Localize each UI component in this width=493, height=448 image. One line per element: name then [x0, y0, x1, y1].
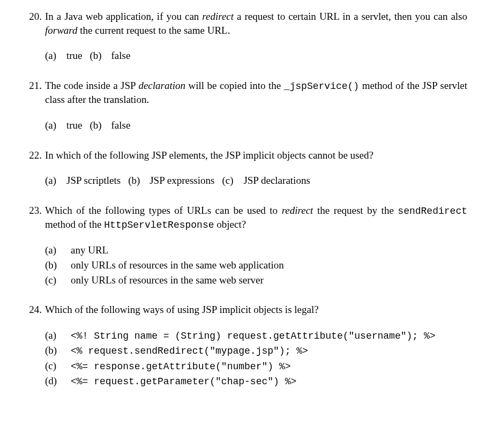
question-text-part: redirect: [202, 11, 234, 22]
option-text: only URLs of resources in the same web s…: [65, 273, 264, 287]
option-label: (c): [222, 174, 238, 188]
option-text-part: JSP scriptlets: [66, 175, 121, 186]
option-label: (b): [128, 174, 144, 188]
question: 22.In which of the following JSP element…: [26, 148, 467, 188]
question-number: 20.: [26, 10, 45, 24]
question-list: 20.In a Java web application, if you can…: [26, 10, 467, 388]
question-text-part: _jspService(): [284, 81, 359, 92]
question-text-part: method of the: [45, 219, 104, 230]
option: (c)JSP declarations: [222, 174, 310, 188]
question-header: 24.Which of the following ways of using …: [26, 303, 467, 317]
option-text: JSP declarations: [238, 174, 310, 188]
option: (a)<%! String name = (String) request.ge…: [45, 328, 467, 342]
question-text: Which of the following types of URLs can…: [45, 204, 467, 232]
option-text-part: true: [66, 50, 83, 61]
question-text-part: the request by the: [313, 205, 398, 216]
question-text-part: In a Java web application, if you can: [45, 11, 202, 22]
option-text: <%= response.getAttribute("number") %>: [65, 359, 290, 373]
option: (b)<% request.sendRedirect("mypage.jsp")…: [45, 344, 467, 357]
option-row: (a)true(b)false: [45, 118, 467, 132]
question: 24.Which of the following ways of using …: [26, 303, 467, 388]
option-label: (c): [45, 359, 65, 373]
option-text-part: JSP declarations: [243, 175, 310, 186]
question-text: The code inside a JSP declaration will b…: [45, 79, 467, 107]
option-text-part: only URLs of resources in the same web s…: [71, 274, 264, 286]
option-label: (b): [45, 344, 65, 357]
question-text-part: In which of the following JSP elements, …: [45, 150, 374, 161]
option-row: (a)true(b)false: [45, 49, 467, 63]
options: (a)JSP scriptlets(b)JSP expressions(c)JS…: [26, 174, 467, 188]
option-label: (a): [45, 118, 61, 132]
option-label: (a): [45, 49, 61, 63]
question: 21.The code inside a JSP declaration wil…: [26, 79, 467, 132]
question-text-part: will be copied into the: [185, 80, 284, 91]
option: (a)true: [45, 118, 83, 132]
question-text: Which of the following ways of using JSP…: [45, 303, 467, 317]
option-text-part: <%= response.getAttribute("number") %>: [71, 361, 290, 372]
question-text: In which of the following JSP elements, …: [45, 148, 467, 162]
option-text-part: <%= request.getParameter("chap-sec") %>: [71, 376, 296, 387]
question-text-part: declaration: [138, 80, 185, 91]
option: (c)only URLs of resources in the same we…: [45, 273, 467, 287]
option: (a)any URL: [45, 243, 467, 257]
question-text-part: HttpServletResponse: [104, 220, 214, 230]
option: (a)JSP scriptlets: [45, 174, 121, 188]
options: (a)<%! String name = (String) request.ge…: [26, 328, 467, 388]
option-text-part: <% request.sendRedirect("mypage.jsp"); %…: [71, 346, 308, 356]
option-label: (a): [45, 243, 65, 257]
options: (a)true(b)false: [26, 49, 467, 63]
question: 20.In a Java web application, if you can…: [26, 10, 467, 63]
option-text: JSP scriptlets: [61, 174, 121, 188]
question-text-part: forward: [45, 25, 78, 36]
question-header: 20.In a Java web application, if you can…: [26, 10, 467, 37]
option-label: (b): [90, 49, 106, 63]
question: 23.Which of the following types of URLs …: [26, 204, 467, 287]
option-text-part: <%! String name = (String) request.getAt…: [71, 331, 436, 341]
option-text-part: false: [111, 120, 131, 131]
option-text: true: [61, 118, 83, 132]
option-text-part: any URL: [71, 244, 108, 256]
option: (c)<%= response.getAttribute("number") %…: [45, 359, 467, 373]
option-label: (b): [45, 258, 65, 272]
option: (b)false: [90, 49, 131, 63]
question-text-part: object?: [214, 219, 246, 230]
option-text-part: false: [111, 50, 131, 61]
question-number: 23.: [26, 204, 45, 218]
question-header: 21.The code inside a JSP declaration wil…: [26, 79, 467, 107]
question-text: In a Java web application, if you can re…: [45, 10, 467, 37]
question-number: 22.: [26, 148, 45, 162]
option-text: <% request.sendRedirect("mypage.jsp"); %…: [65, 344, 308, 357]
option-text: only URLs of resources in the same web a…: [65, 258, 284, 272]
option-text-part: only URLs of resources in the same web a…: [71, 259, 284, 271]
question-text-part: a request to certain URL in a servlet, t…: [234, 11, 467, 22]
option: (d)<%= request.getParameter("chap-sec") …: [45, 374, 467, 388]
question-number: 21.: [26, 79, 45, 93]
option-label: (c): [45, 273, 65, 287]
option-text-part: JSP expressions: [150, 175, 214, 186]
option-text: <%= request.getParameter("chap-sec") %>: [65, 374, 296, 388]
option-text: false: [106, 49, 131, 63]
option-label: (b): [90, 118, 106, 132]
option-text: any URL: [65, 243, 108, 257]
option-text-part: true: [66, 120, 83, 131]
question-number: 24.: [26, 303, 45, 317]
option-text: JSP expressions: [144, 174, 214, 188]
option-text: false: [106, 118, 131, 132]
option-text: true: [61, 49, 83, 63]
option: (a)true: [45, 49, 83, 63]
option-text: <%! String name = (String) request.getAt…: [65, 328, 436, 342]
option-label: (a): [45, 174, 61, 188]
question-text-part: the current request to the same URL.: [78, 25, 230, 36]
options: (a)any URL(b)only URLs of resources in t…: [26, 243, 467, 287]
option: (b)only URLs of resources in the same we…: [45, 258, 467, 272]
option-row: (a)JSP scriptlets(b)JSP expressions(c)JS…: [45, 174, 467, 188]
question-header: 23.Which of the following types of URLs …: [26, 204, 467, 232]
question-text-part: Which of the following types of URLs can…: [45, 205, 282, 216]
option-label: (a): [45, 328, 65, 342]
question-text-part: sendRedirect: [398, 206, 467, 216]
question-text-part: The code inside a JSP: [45, 80, 138, 91]
option: (b)false: [90, 118, 131, 132]
question-header: 22.In which of the following JSP element…: [26, 148, 467, 162]
options: (a)true(b)false: [26, 118, 467, 132]
option-label: (d): [45, 374, 65, 388]
